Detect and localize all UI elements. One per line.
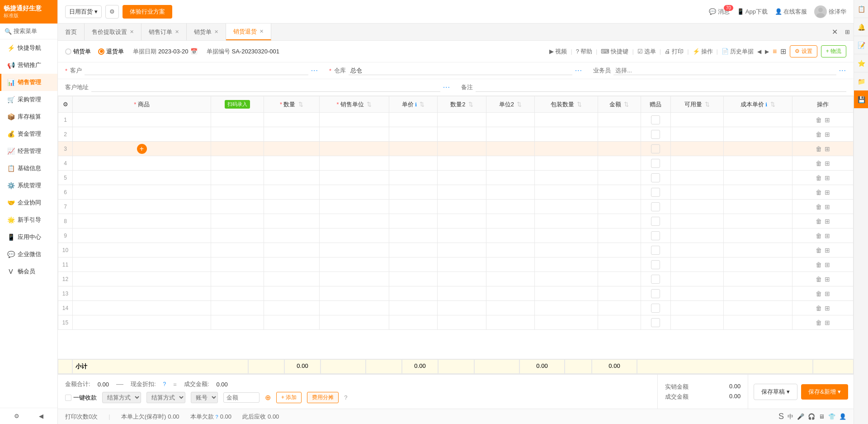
pack-qty-cell[interactable] xyxy=(535,156,598,171)
customer-input[interactable] xyxy=(85,66,308,75)
qty-input[interactable] xyxy=(278,116,305,123)
gift-cell[interactable] xyxy=(641,214,670,229)
product-input[interactable] xyxy=(75,203,208,210)
copy-icon[interactable]: ⊞ xyxy=(825,232,830,239)
delete-icon[interactable]: 🗑 xyxy=(816,160,822,167)
unit2-cell[interactable] xyxy=(486,200,535,214)
delete-icon[interactable]: 🗑 xyxy=(816,218,822,225)
trial-btn[interactable]: 体验行业方案 xyxy=(123,5,172,19)
settings-icon[interactable]: ⚙ xyxy=(14,413,19,419)
unit-cell[interactable] xyxy=(320,272,389,286)
qty-cell[interactable] xyxy=(264,272,319,286)
shirt-icon[interactable]: 👕 xyxy=(828,413,835,420)
unit2-cell[interactable] xyxy=(486,127,535,142)
pack-qty-cell[interactable] xyxy=(535,243,598,257)
gift-cell[interactable] xyxy=(641,185,670,200)
pack-qty-cell[interactable] xyxy=(535,315,598,330)
gift-checkbox[interactable] xyxy=(651,260,660,269)
gift-cell[interactable] xyxy=(641,243,670,257)
sidebar-item-sales[interactable]: 📊 销售管理 xyxy=(0,74,57,91)
unit-cell[interactable] xyxy=(320,200,389,214)
qty-cell[interactable] xyxy=(264,229,319,243)
qty2-cell[interactable] xyxy=(438,272,486,286)
price-cell[interactable] xyxy=(389,113,438,127)
sidebar-item-enterprise[interactable]: 🤝 企业协同 xyxy=(0,194,57,211)
remark-input[interactable] xyxy=(476,83,846,92)
pack-qty-cell[interactable] xyxy=(535,301,598,315)
add-row-button[interactable]: + xyxy=(137,144,147,154)
unit-cell[interactable] xyxy=(320,127,389,142)
pack-sort-icon[interactable]: ⇅ xyxy=(577,101,582,108)
price-cell[interactable] xyxy=(389,127,438,142)
qty2-cell[interactable] xyxy=(438,127,486,142)
unit2-cell[interactable] xyxy=(486,315,535,330)
gift-checkbox[interactable] xyxy=(651,318,660,327)
online-service-link[interactable]: 👤 在线客服 xyxy=(775,8,807,16)
product-cell[interactable] xyxy=(73,257,211,272)
qty-cell[interactable] xyxy=(264,286,319,301)
product-cell[interactable] xyxy=(73,185,211,200)
delete-icon[interactable]: 🗑 xyxy=(816,290,822,297)
qty2-cell[interactable] xyxy=(438,229,486,243)
sidebar-item-system[interactable]: ⚙️ 系统管理 xyxy=(0,177,57,194)
copy-icon[interactable]: ⊞ xyxy=(825,174,830,181)
product-input[interactable] xyxy=(75,247,208,253)
add-button[interactable]: + 添加 xyxy=(276,392,302,403)
product-cell[interactable] xyxy=(73,272,211,286)
tab-sales-order-close[interactable]: ✕ xyxy=(175,29,179,35)
product-cell[interactable] xyxy=(73,315,211,330)
scan-btn[interactable]: 扫码录入 xyxy=(225,100,250,109)
qty-cell[interactable] xyxy=(264,185,319,200)
amount-cell[interactable] xyxy=(598,214,641,229)
qty-cell[interactable] xyxy=(264,301,319,315)
gift-checkbox[interactable] xyxy=(651,144,660,153)
product-input[interactable] xyxy=(75,174,208,181)
delete-icon[interactable]: 🗑 xyxy=(816,189,822,196)
industry-select[interactable]: 日用百货 ▾ xyxy=(65,5,102,18)
qty-cell[interactable] xyxy=(264,315,319,330)
right-icon-star[interactable]: ⭐ xyxy=(854,54,868,72)
qty2-sort-icon[interactable]: ⇅ xyxy=(468,101,473,108)
select-action[interactable]: ☑ 选单 xyxy=(637,48,656,56)
radio-sales[interactable]: 销货单 xyxy=(65,48,91,56)
tab-sale-price-close[interactable]: ✕ xyxy=(130,29,134,35)
qty-cell[interactable] xyxy=(264,171,319,185)
delete-icon[interactable]: 🗑 xyxy=(816,276,822,283)
qty-cell[interactable] xyxy=(264,214,319,229)
gift-cell[interactable] xyxy=(641,142,670,156)
qty-input[interactable] xyxy=(278,160,305,167)
qty2-cell[interactable] xyxy=(438,214,486,229)
price-cell[interactable] xyxy=(389,272,438,286)
product-cell[interactable] xyxy=(73,127,211,142)
copy-icon[interactable]: ⊞ xyxy=(825,131,830,138)
pack-qty-cell[interactable] xyxy=(535,286,598,301)
amount-cell[interactable] xyxy=(598,127,641,142)
th-gear[interactable]: ⚙ xyxy=(58,96,73,113)
amount-cell[interactable] xyxy=(598,113,641,127)
price-cell[interactable] xyxy=(389,142,438,156)
video-action[interactable]: ▶ 视频 xyxy=(549,48,567,56)
product-input[interactable] xyxy=(75,305,208,311)
qty2-cell[interactable] xyxy=(438,315,486,330)
expand-tabs-button[interactable]: ⊞ xyxy=(841,29,854,35)
qty-input[interactable] xyxy=(278,232,305,239)
sidebar-item-member[interactable]: V 畅会员 xyxy=(0,263,57,280)
pack-qty-cell[interactable] xyxy=(535,272,598,286)
th-scan[interactable]: 扫码录入 xyxy=(211,96,264,113)
amount-input[interactable] xyxy=(223,392,259,403)
copy-icon[interactable]: ⊞ xyxy=(825,305,830,312)
pack-qty-cell[interactable] xyxy=(535,127,598,142)
qty2-cell[interactable] xyxy=(438,301,486,315)
delete-icon[interactable]: 🗑 xyxy=(816,203,822,210)
gift-checkbox[interactable] xyxy=(651,173,660,182)
tab-sales-return[interactable]: 销货退货 ✕ xyxy=(226,24,271,40)
gift-checkbox[interactable] xyxy=(651,289,660,298)
qty2-cell[interactable] xyxy=(438,200,486,214)
delete-icon[interactable]: 🗑 xyxy=(816,131,822,138)
product-input[interactable] xyxy=(75,276,208,282)
view-toggle-1[interactable]: ≡ xyxy=(773,48,777,56)
qty-cell[interactable] xyxy=(264,200,319,214)
copy-icon[interactable]: ⊞ xyxy=(825,116,830,124)
unit-cell[interactable] xyxy=(320,229,389,243)
copy-icon[interactable]: ⊞ xyxy=(825,145,830,152)
